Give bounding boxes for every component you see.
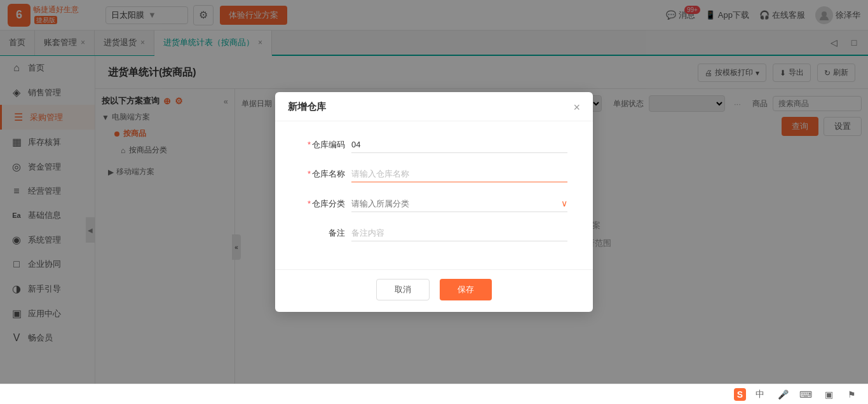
category-dropdown-arrow: ∨ bbox=[561, 198, 567, 208]
dialog-header: 新增仓库 × bbox=[275, 92, 593, 121]
warehouse-note-row: 备注 bbox=[301, 225, 567, 241]
flag-icon[interactable]: ⚑ bbox=[843, 386, 860, 403]
save-button[interactable]: 保存 bbox=[440, 279, 492, 300]
warehouse-code-row: *仓库编码 bbox=[301, 137, 567, 153]
warehouse-code-input[interactable] bbox=[351, 137, 567, 153]
bottom-bar: S 中 🎤 ⌨ ▣ ⚑ bbox=[0, 384, 868, 404]
category-input[interactable] bbox=[351, 199, 561, 208]
dialog-body: *仓库编码 *仓库名称 *仓库分类 ∨ bbox=[275, 121, 593, 269]
modal-overlay: 新增仓库 × *仓库编码 *仓库名称 *仓库分类 bbox=[0, 0, 868, 404]
warehouse-name-input[interactable] bbox=[351, 166, 567, 182]
mic-icon[interactable]: 🎤 bbox=[774, 386, 792, 403]
keyboard-icon[interactable]: ⌨ bbox=[797, 386, 815, 403]
warehouse-note-input[interactable] bbox=[351, 225, 567, 241]
s-logo: S bbox=[734, 388, 746, 401]
warehouse-category-label: *仓库分类 bbox=[301, 198, 351, 210]
dialog-close-button[interactable]: × bbox=[573, 102, 580, 113]
warehouse-name-label: *仓库名称 bbox=[301, 168, 351, 180]
warehouse-category-select[interactable]: ∨ bbox=[351, 195, 567, 212]
lang-icon[interactable]: 中 bbox=[751, 386, 769, 403]
dialog-footer: 取消 保存 bbox=[275, 269, 593, 312]
warehouse-name-row: *仓库名称 bbox=[301, 166, 567, 182]
warehouse-code-label: *仓库编码 bbox=[301, 139, 351, 151]
dialog-title: 新增仓库 bbox=[288, 101, 326, 113]
grid-icon[interactable]: ▣ bbox=[820, 386, 837, 403]
warehouse-note-label: 备注 bbox=[301, 227, 351, 239]
new-warehouse-dialog: 新增仓库 × *仓库编码 *仓库名称 *仓库分类 bbox=[275, 92, 593, 312]
warehouse-category-row: *仓库分类 ∨ bbox=[301, 195, 567, 212]
cancel-button[interactable]: 取消 bbox=[376, 279, 430, 300]
